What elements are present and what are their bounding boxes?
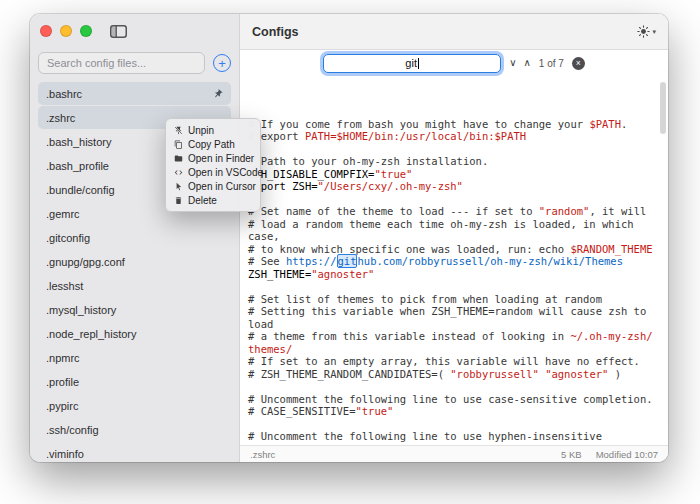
menu-item-label: Open in Finder xyxy=(188,153,254,164)
find-next-button[interactable]: ∨ xyxy=(509,58,516,68)
find-match-highlight: git xyxy=(337,254,358,268)
menu-item-label: Unpin xyxy=(188,125,214,136)
code-line xyxy=(248,380,668,393)
file-name-label: .viminfo xyxy=(46,448,84,460)
sidebar-file-item[interactable]: .pypirc xyxy=(38,394,231,417)
menu-item-delete[interactable]: Delete xyxy=(169,193,257,207)
code-line: # Set list of themes to pick from when l… xyxy=(248,293,668,306)
code-line xyxy=(248,280,668,293)
code-token: # to know which specific one was loaded,… xyxy=(248,243,570,255)
code-token: # Uncomment the following line to use ca… xyxy=(248,393,653,405)
status-file-size: 5 KB xyxy=(561,449,582,460)
code-line: # CASE_SENSITIVE="true" xyxy=(248,405,668,418)
code-token: # If you come from bash you might have t… xyxy=(248,118,589,130)
file-name-label: .bash_history xyxy=(46,136,111,148)
scrollbar-thumb[interactable] xyxy=(660,82,666,134)
menu-item-open-in-cursor[interactable]: Open in Cursor xyxy=(169,179,257,193)
code-line: case, xyxy=(248,230,668,243)
code-line: ZSH_THEME="agnoster" xyxy=(248,268,668,281)
code-line: # If you come from bash you might have t… xyxy=(248,118,668,131)
file-name-label: .gemrc xyxy=(46,208,80,220)
file-name-label: .node_repl_history xyxy=(46,328,137,340)
code-token: . xyxy=(621,118,627,130)
sidebar-file-item[interactable]: .node_repl_history xyxy=(38,322,231,345)
code-token: "agnoster" xyxy=(311,268,374,280)
code-icon xyxy=(174,168,183,177)
status-modified-time: Modified 10:07 xyxy=(596,449,658,460)
code-token: https:// xyxy=(286,255,337,267)
minimize-window-button[interactable] xyxy=(60,25,72,37)
add-config-button[interactable]: + xyxy=(213,54,231,72)
sidebar-file-item[interactable]: .bashrc xyxy=(38,82,231,105)
sidebar-file-item[interactable]: .ssh/config xyxy=(38,418,231,441)
sidebar-file-item[interactable]: .gnupg/gpg.conf xyxy=(38,250,231,273)
find-previous-button[interactable]: ∧ xyxy=(523,58,530,68)
code-token: # Path to your oh-my-zsh installation. xyxy=(248,155,488,167)
folder-icon xyxy=(174,154,183,163)
desktop: Search config files... + .bashrc.zshrc.b… xyxy=(0,0,700,504)
toolbar: Configs ▾ xyxy=(240,14,668,50)
sidebar-file-item[interactable]: .gitconfig xyxy=(38,226,231,249)
traffic-lights xyxy=(40,25,92,37)
code-line: # to know which specific one was loaded,… xyxy=(248,243,668,256)
close-window-button[interactable] xyxy=(40,25,52,37)
file-name-label: .bash_profile xyxy=(46,160,109,172)
menu-item-open-in-finder[interactable]: Open in Finder xyxy=(169,151,257,165)
code-line: # Uncomment the following line to use ca… xyxy=(248,393,668,406)
code-token: # See xyxy=(248,255,286,267)
status-file-name: .zshrc xyxy=(250,449,275,460)
menu-item-open-in-vscode[interactable]: Open in VSCode xyxy=(169,165,257,179)
sidebar: Search config files... + .bashrc.zshrc.b… xyxy=(30,14,240,462)
code-token: # If set to an empty array, this variabl… xyxy=(248,355,640,367)
code-token: # load a random theme each time oh-my-zs… xyxy=(248,218,634,230)
sidebar-toggle-icon[interactable] xyxy=(110,25,127,38)
find-match-count: 1 of 7 xyxy=(539,58,564,69)
menu-item-unpin[interactable]: Unpin xyxy=(169,123,257,137)
code-token: themes/ xyxy=(248,343,292,355)
code-line: # See https://github.com/robbyrussell/oh… xyxy=(248,255,668,268)
sidebar-file-item[interactable]: .viminfo xyxy=(38,442,231,462)
code-line: # If set to an empty array, this variabl… xyxy=(248,355,668,368)
file-name-label: .lesshst xyxy=(46,280,83,292)
theme-toggle-button[interactable]: ▾ xyxy=(637,25,656,38)
code-line: # Set name of the theme to load --- if s… xyxy=(248,205,668,218)
app-window: Search config files... + .bashrc.zshrc.b… xyxy=(30,14,668,462)
menu-item-copy-path[interactable]: Copy Path xyxy=(169,137,257,151)
cursor-icon xyxy=(174,182,183,191)
sidebar-file-item[interactable]: .npmrc xyxy=(38,346,231,369)
sidebar-file-item[interactable]: .lesshst xyxy=(38,274,231,297)
find-input[interactable]: git xyxy=(323,54,501,73)
code-token: ~/.oh-my-zsh/ xyxy=(570,330,652,342)
code-token: # Setting this variable when ZSH_THEME=r… xyxy=(248,305,646,317)
code-line xyxy=(248,418,668,431)
code-token: # Uncomment the following line to use hy… xyxy=(248,430,602,442)
code-line: # load a random theme each time oh-my-zs… xyxy=(248,218,668,231)
code-editor[interactable]: # If you come from bash you might have t… xyxy=(240,76,668,445)
sidebar-search-row: Search config files... + xyxy=(30,52,239,74)
find-query-text: git xyxy=(405,57,417,69)
code-line: # Uncomment the following line to use hy… xyxy=(248,430,668,443)
code-token: "agnoster" xyxy=(545,368,608,380)
zoom-window-button[interactable] xyxy=(80,25,92,37)
code-token: , it will xyxy=(589,205,646,217)
copy-icon xyxy=(174,140,183,149)
file-name-label: .pypirc xyxy=(46,400,78,412)
file-name-label: .npmrc xyxy=(46,352,80,364)
code-token: ZSH_THEME= xyxy=(248,268,311,280)
trash-icon xyxy=(174,196,183,205)
code-token: # Set list of themes to pick from when l… xyxy=(248,293,602,305)
menu-item-label: Copy Path xyxy=(188,139,235,150)
code-line xyxy=(248,193,668,206)
sidebar-file-item[interactable]: .profile xyxy=(38,370,231,393)
code-token: ZSH_DISABLE_COMPFIX= xyxy=(248,168,374,180)
code-token: # a theme from this variable instead of … xyxy=(248,330,570,342)
code-line: ZSH_DISABLE_COMPFIX="true" xyxy=(248,168,668,181)
code-token: # Set name of the theme to load --- if s… xyxy=(248,205,539,217)
code-line: # ZSH_THEME_RANDOM_CANDIDATES=( "robbyru… xyxy=(248,368,668,381)
pinned-indicator[interactable] xyxy=(213,89,223,99)
status-bar: .zshrc 5 KB Modified 10:07 xyxy=(240,445,668,462)
sidebar-file-item[interactable]: .mysql_history xyxy=(38,298,231,321)
pin-icon xyxy=(211,86,225,100)
search-input[interactable]: Search config files... xyxy=(38,52,205,74)
find-close-button[interactable]: × xyxy=(572,57,585,70)
